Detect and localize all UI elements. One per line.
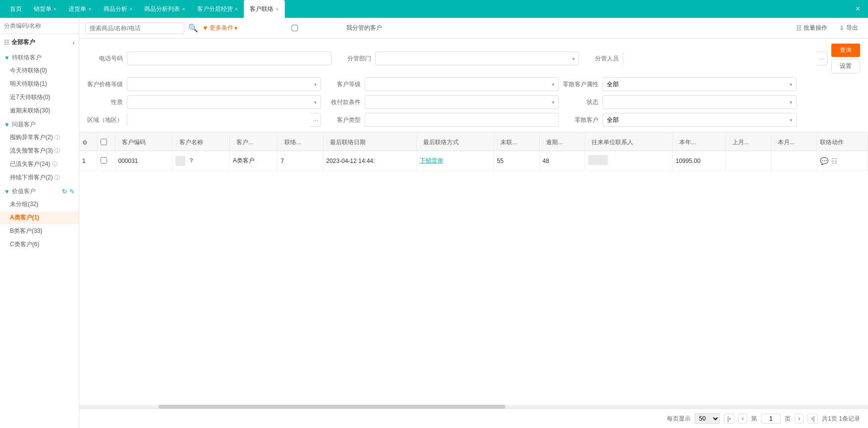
region-more-icon[interactable]: ···	[311, 116, 321, 124]
export-icon: ⇩	[839, 25, 844, 32]
refresh-icon[interactable]: ↻	[62, 188, 67, 195]
sidebar-declining[interactable]: 持续下滑客户(2) ⓘ	[0, 171, 79, 184]
select-all-checkbox[interactable]	[101, 139, 107, 145]
first-page-btn[interactable]: |‹	[724, 414, 734, 424]
filter-phone: 电话号码	[87, 52, 331, 65]
nav-close-sales[interactable]: ×	[54, 6, 56, 12]
batch-operation-btn[interactable]: ☷ 批量操作	[792, 22, 831, 34]
row-checkbox[interactable]	[101, 157, 107, 163]
nav-product-analysis-list[interactable]: 商品分析列表 ×	[138, 0, 191, 18]
cell-overdue: 48	[540, 151, 585, 171]
horizontal-scrollbar[interactable]	[79, 405, 868, 409]
nav-sales-order[interactable]: 销货单 ×	[28, 0, 62, 18]
prev-page-btn[interactable]: ‹	[738, 414, 747, 424]
sidebar-churn-warning[interactable]: 流失预警客户(3) ⓘ	[0, 144, 79, 158]
col-last-contact-date: :最后联络日期	[323, 134, 416, 151]
retail-attr-arrow-icon: ▾	[790, 82, 792, 87]
price-arrow-icon: ▾	[314, 82, 317, 87]
cell-last-contact-date: 2023-04-12 14:44:	[323, 151, 416, 171]
sidebar-search-input[interactable]	[4, 22, 78, 29]
my-customer-checkbox[interactable]: 我分管的客户	[245, 24, 382, 32]
contact-avatar	[588, 155, 608, 165]
main-search-icon[interactable]: 🔍	[188, 23, 198, 33]
cell-last-contact-method[interactable]: 下销货单	[416, 151, 493, 171]
contact-method-link[interactable]: 下销货单	[420, 157, 443, 164]
nav-close-segment[interactable]: ×	[235, 6, 238, 12]
nature-select[interactable]: ▾	[127, 95, 321, 109]
retail-customer-select[interactable]: 全部 ▾	[602, 113, 797, 127]
main-search-input[interactable]	[85, 22, 184, 34]
sidebar-hoarding-anomaly[interactable]: 囤购异常客户(2) ⓘ	[0, 131, 79, 144]
last-page-btn[interactable]: ›|	[808, 414, 818, 424]
region-input[interactable]	[127, 113, 311, 127]
export-btn[interactable]: ⇩ 导出	[835, 22, 862, 34]
content-area: 🔍 ▼ 更多条件 ▾ 我分管的客户 ☷ 批量操作 ⇩ 导出	[79, 18, 868, 428]
nav-close-contact[interactable]: ×	[275, 6, 278, 12]
col-settings[interactable]: ⚙	[79, 134, 97, 151]
sidebar-c-class[interactable]: C类客户(6)	[0, 238, 79, 251]
price-level-select[interactable]: ▾	[127, 77, 321, 91]
section-pending-contact[interactable]: ▼ 待联络客户	[0, 51, 79, 64]
sidebar-today-contact[interactable]: 今天待联络(0)	[0, 64, 79, 77]
next-page-btn[interactable]: ›	[795, 414, 804, 424]
more-filter-btn[interactable]: ▼ 更多条件 ▾	[202, 24, 237, 32]
my-customer-check[interactable]	[245, 25, 344, 31]
col-not-contacted: :未联...	[493, 134, 539, 151]
sidebar-collapse-icon[interactable]: ‹	[72, 39, 75, 47]
col-customer-type-h: :客户...	[229, 134, 277, 151]
settings-gear-icon[interactable]: ⚙	[82, 139, 88, 146]
filter-row-4: 区域（地区） ··· 客户类型 零散客户 全部 ▾	[87, 113, 860, 127]
close-all-tabs[interactable]: ×	[852, 4, 864, 13]
customer-table: ⚙ :客户编码 :客户名称 :客户... :联络... :最后联络日期 :最后联…	[79, 134, 868, 171]
scrollbar-thumb[interactable]	[159, 405, 505, 409]
status-arrow-icon: ▾	[790, 100, 792, 105]
cell-name: ？	[172, 151, 230, 171]
department-select[interactable]: ▾	[375, 52, 580, 65]
search-bar: 🔍 ▼ 更多条件 ▾ 我分管的客户 ☷ 批量操作 ⇩ 导出	[79, 18, 868, 39]
value-arrow[interactable]: ▼	[4, 188, 10, 195]
nav-close-purchase[interactable]: ×	[88, 6, 91, 12]
sidebar-churned[interactable]: 已流失客户(24) ⓘ	[0, 158, 79, 171]
sidebar-7day-contact[interactable]: 近7天待联络(0)	[0, 91, 79, 104]
section-value-customers: ▼ 价值客户 ↻ ✎	[0, 184, 79, 198]
nav-close-analysis[interactable]: ×	[129, 6, 132, 12]
manager-input[interactable]	[623, 52, 817, 65]
nature-arrow-icon: ▾	[314, 100, 317, 105]
retail-customer-arrow-icon: ▾	[790, 117, 792, 123]
customer-type-input[interactable]	[365, 113, 559, 127]
nav-product-analysis[interactable]: 商品分析 ×	[98, 0, 138, 18]
col-this-year: :本年...	[672, 134, 725, 151]
section-problem-customers[interactable]: ▼ 问题客户	[0, 117, 79, 131]
status-select[interactable]: ▾	[602, 95, 797, 109]
phone-input[interactable]	[127, 52, 331, 65]
cell-customer-type: A类客户	[229, 151, 277, 171]
edit-icon[interactable]: ✎	[69, 188, 75, 195]
sidebar-overdue-contact[interactable]: 逾期未联络(30)	[0, 104, 79, 117]
page-number-input[interactable]	[761, 414, 781, 424]
nav-customer-contact[interactable]: 客户联络 ×	[244, 0, 284, 18]
customer-level-select[interactable]: ▾	[365, 77, 559, 91]
sidebar-all-customers[interactable]: ☷ 全部客户 ‹	[0, 34, 79, 51]
settings-btn[interactable]: 设置	[831, 59, 860, 73]
cell-row-actions: 💬 ☷	[816, 151, 868, 171]
manager-more-icon[interactable]: ···	[817, 54, 827, 62]
filter-region: 区域（地区） ···	[87, 113, 321, 127]
page-size-select[interactable]: 50 100 200	[695, 413, 720, 424]
value-customer-actions: ↻ ✎	[62, 188, 75, 195]
sidebar-ungrouped[interactable]: 未分组(32)	[0, 198, 79, 211]
chat-icon[interactable]: 💬	[820, 157, 828, 165]
payment-select[interactable]: ▾	[365, 95, 559, 109]
nav-close-analysis-list[interactable]: ×	[182, 6, 185, 12]
nav-customer-segment[interactable]: 客户分层经营 ×	[191, 0, 244, 18]
sidebar-b-class[interactable]: B类客户(33)	[0, 224, 79, 238]
nav-home[interactable]: 首页	[4, 0, 28, 18]
query-btn[interactable]: 查询	[831, 44, 860, 57]
col-contacts-person: :往来单位联系人	[585, 134, 673, 151]
retail-attr-select[interactable]: 全部 ▾	[602, 77, 797, 91]
cell-checkbox	[97, 151, 115, 171]
sidebar-tomorrow-contact[interactable]: 明天待联络(1)	[0, 77, 79, 91]
nav-purchase-order[interactable]: 进货单 ×	[62, 0, 97, 18]
cell-not-contacted: 55	[493, 151, 539, 171]
grid-icon[interactable]: ☷	[831, 157, 838, 165]
sidebar-a-class[interactable]: A类客户(1)	[0, 211, 79, 224]
